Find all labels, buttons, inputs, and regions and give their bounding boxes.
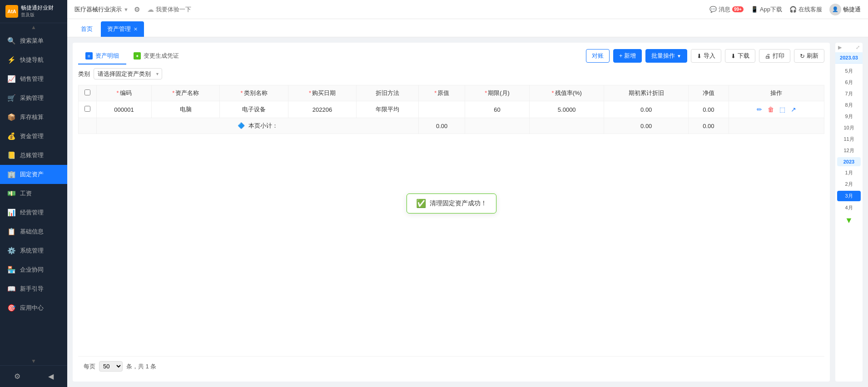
topbar-gear-icon[interactable]: ⚙ bbox=[134, 5, 140, 14]
timeline-header: ▶ ⤢ bbox=[835, 43, 863, 52]
topbar-right: 💬 消息 99+ 📱 App下载 🎧 在线客服 👤 畅捷通 bbox=[709, 4, 861, 15]
headset-icon: 🎧 bbox=[789, 6, 797, 13]
sidebar-item-search[interactable]: 🔍 搜索菜单 bbox=[0, 31, 67, 50]
more-button[interactable]: ↗ bbox=[790, 105, 797, 114]
subtotal-icon: 🔷 bbox=[238, 122, 245, 129]
sidebar-item-payroll[interactable]: 💵 工资 bbox=[0, 184, 67, 203]
copy-button[interactable]: ⬚ bbox=[779, 105, 786, 114]
company-chevron-icon: ▼ bbox=[124, 7, 129, 12]
subtab-asset-detail[interactable]: ≡ 资产明细 bbox=[78, 48, 126, 64]
subtotal-net-value: 0.00 bbox=[689, 118, 729, 134]
sidebar-item-operations[interactable]: 📊 经营管理 bbox=[0, 203, 67, 222]
sidebar-item-quick-nav[interactable]: ⚡ 快捷导航 bbox=[0, 50, 67, 69]
batch-ops-button[interactable]: 批量操作 ▼ bbox=[645, 49, 687, 63]
download-button[interactable]: ⬇ 下载 bbox=[725, 49, 755, 63]
timeline-month-4[interactable]: 4月 bbox=[835, 202, 863, 213]
sidebar-scroll-up[interactable]: ▲ bbox=[0, 23, 67, 31]
row-period: 60 bbox=[465, 101, 529, 118]
timeline-year-2023[interactable]: 2023 bbox=[837, 157, 861, 166]
tab-asset-mgmt[interactable]: 资产管理 ✕ bbox=[101, 21, 144, 37]
user-info[interactable]: 👤 畅捷通 bbox=[829, 4, 861, 15]
row-original-value bbox=[419, 101, 465, 118]
sidebar-item-fixed-assets[interactable]: 🏢 固定资产 bbox=[0, 165, 67, 184]
enterprise-icon: 🏪 bbox=[7, 266, 15, 274]
sidebar-scroll-down[interactable]: ▼ bbox=[0, 357, 67, 365]
username: 畅捷通 bbox=[843, 5, 861, 14]
message-badge: 99+ bbox=[732, 6, 744, 12]
subtotal-initial-dep: 0.00 bbox=[604, 118, 689, 134]
row-actions: ✏ 🗑 ⬚ ↗ bbox=[734, 105, 820, 114]
sidebar-item-newbie[interactable]: 📖 新手引导 bbox=[0, 279, 67, 298]
delete-button[interactable]: 🗑 bbox=[767, 105, 775, 114]
settings-button[interactable]: ⚙ bbox=[10, 370, 24, 382]
app-download-button[interactable]: 📱 App下载 bbox=[751, 5, 782, 14]
subtotal-residual bbox=[530, 118, 604, 134]
app-center-icon: 🎯 bbox=[7, 304, 15, 312]
sidebar: AtA 畅捷通好业财 普及版 ▲ 🔍 搜索菜单 ⚡ 快捷导航 📈 销售管理 🛒 … bbox=[0, 0, 67, 387]
sidebar-item-purchase[interactable]: 🛒 采购管理 bbox=[0, 89, 67, 108]
content-area: ≡ 资产明细 ✦ 变更生成凭证 对账 + 新增 批量操作 ▼ bbox=[67, 37, 868, 387]
select-all-checkbox[interactable] bbox=[84, 89, 90, 95]
timeline-month-3-active[interactable]: 3月 bbox=[837, 191, 861, 201]
timeline-expand-icon[interactable]: ⤢ bbox=[856, 45, 860, 50]
tab-close-icon[interactable]: ✕ bbox=[134, 26, 138, 32]
category-select[interactable]: 请选择固定资产类别 bbox=[94, 68, 162, 79]
timeline-month-10[interactable]: 10月 bbox=[835, 122, 863, 134]
timeline-month-11[interactable]: 11月 bbox=[835, 134, 863, 145]
sidebar-item-enterprise[interactable]: 🏪 企业协同 bbox=[0, 260, 67, 279]
message-button[interactable]: 💬 消息 99+ bbox=[709, 5, 744, 14]
base-info-icon: 📋 bbox=[7, 228, 15, 236]
experience-label: ☁ 我要体验一下 bbox=[147, 5, 191, 14]
row-checkbox-cell bbox=[79, 101, 97, 118]
timeline-month-2[interactable]: 2月 bbox=[835, 179, 863, 190]
message-icon: 💬 bbox=[709, 6, 717, 13]
online-service-button[interactable]: 🎧 在线客服 bbox=[789, 5, 822, 14]
sidebar-item-inventory[interactable]: 📦 库存核算 bbox=[0, 108, 67, 127]
sidebar-item-sales[interactable]: 📈 销售管理 bbox=[0, 69, 67, 89]
sidebar-item-ledger[interactable]: 📒 总账管理 bbox=[0, 146, 67, 165]
download-icon: ⬇ bbox=[731, 53, 736, 60]
content-main: ≡ 资产明细 ✦ 变更生成凭证 对账 + 新增 批量操作 ▼ bbox=[73, 43, 830, 382]
subtotal-original-value: 0.00 bbox=[419, 118, 465, 134]
operations-icon: 📊 bbox=[7, 208, 15, 217]
timeline-month-5[interactable]: 5月 bbox=[835, 65, 863, 77]
main-area: 医疗器械行业演示 ▼ ⚙ ☁ 我要体验一下 💬 消息 99+ 📱 App下载 🎧… bbox=[67, 0, 868, 387]
subtotal-actions bbox=[729, 118, 824, 134]
table-header-row: *编码 *资产名称 *类别名称 *购买日期 折旧方法 *原值 *期限(月) *残… bbox=[79, 85, 824, 101]
category-label: 类别 bbox=[78, 70, 90, 78]
total-label: 条，共 1 条 bbox=[126, 362, 156, 371]
per-page-select[interactable]: 50 10 20 100 bbox=[99, 361, 123, 372]
timeline-down-btn[interactable]: ▼ bbox=[835, 213, 863, 228]
print-button[interactable]: 🖨 打印 bbox=[759, 49, 790, 63]
timeline-month-7[interactable]: 7月 bbox=[835, 88, 863, 99]
fixed-assets-icon: 🏢 bbox=[7, 170, 15, 179]
sidebar-item-system[interactable]: ⚙️ 系统管理 bbox=[0, 241, 67, 260]
th-name: *资产名称 bbox=[151, 85, 219, 101]
collapse-button[interactable]: ◀ bbox=[45, 370, 57, 382]
avatar: 👤 bbox=[829, 4, 841, 15]
timeline-month-1[interactable]: 1月 bbox=[835, 167, 863, 179]
sidebar-item-funds[interactable]: 💰 资金管理 bbox=[0, 127, 67, 146]
edit-button[interactable]: ✏ bbox=[756, 105, 763, 114]
row-checkbox[interactable] bbox=[84, 106, 90, 112]
row-actions-cell: ✏ 🗑 ⬚ ↗ bbox=[729, 101, 824, 118]
reconcile-button[interactable]: 对账 bbox=[586, 49, 610, 63]
refresh-icon: ↻ bbox=[800, 53, 805, 60]
inventory-icon: 📦 bbox=[7, 113, 15, 121]
timeline-collapse-icon[interactable]: ▶ bbox=[838, 45, 842, 50]
timeline-month-6[interactable]: 6月 bbox=[835, 77, 863, 88]
sidebar-item-app-center[interactable]: 🎯 应用中心 bbox=[0, 298, 67, 318]
change-voucher-icon: ✦ bbox=[134, 52, 141, 60]
tab-home[interactable]: 首页 bbox=[74, 21, 99, 37]
asset-table: *编码 *资产名称 *类别名称 *购买日期 折旧方法 *原值 *期限(月) *残… bbox=[78, 85, 824, 134]
per-page-label: 每页 bbox=[84, 362, 95, 371]
subtab-change-voucher[interactable]: ✦ 变更生成凭证 bbox=[126, 48, 186, 64]
new-button[interactable]: + 新增 bbox=[613, 49, 642, 63]
th-depreciation-method: 折旧方法 bbox=[357, 85, 419, 101]
refresh-button[interactable]: ↻ 刷新 bbox=[794, 49, 824, 63]
import-button[interactable]: ⬇ 导入 bbox=[691, 49, 721, 63]
timeline-month-12[interactable]: 12月 bbox=[835, 145, 863, 156]
timeline-month-8[interactable]: 8月 bbox=[835, 99, 863, 111]
timeline-month-9[interactable]: 9月 bbox=[835, 111, 863, 122]
sidebar-item-base-info[interactable]: 📋 基础信息 bbox=[0, 222, 67, 241]
